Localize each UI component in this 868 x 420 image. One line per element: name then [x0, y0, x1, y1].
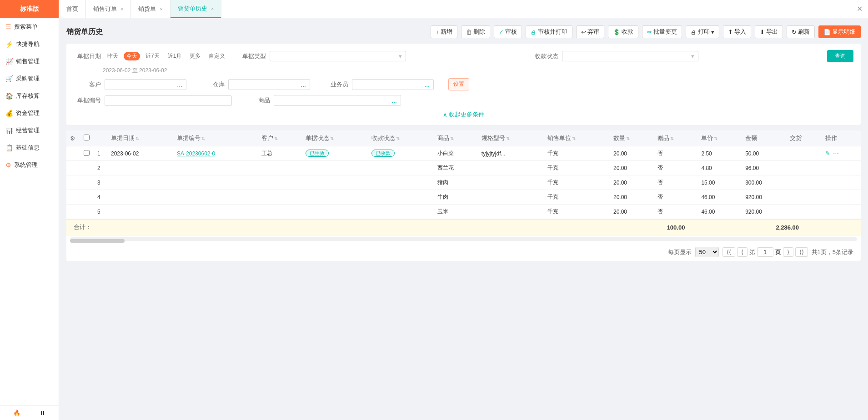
more-icon[interactable]: ⋯ [833, 150, 839, 157]
date-today[interactable]: 今天 [124, 52, 140, 60]
abandon-button[interactable]: ↩ 弃审 [576, 25, 604, 38]
pause-icon[interactable]: ⏸ [40, 410, 45, 416]
staff-dots[interactable]: ... [424, 81, 430, 88]
collapse-up-icon: ∧ [443, 111, 447, 118]
main-close-btn[interactable]: ✕ [851, 5, 868, 13]
show-detail-icon: 📄 [823, 29, 831, 35]
audit-button[interactable]: ✓ 审核 [494, 25, 522, 38]
next-page-btn[interactable]: ⟩ [783, 247, 793, 257]
payment-status-dropdown-icon[interactable]: ▾ [691, 53, 694, 60]
select-all-checkbox[interactable] [84, 135, 90, 140]
main-area: 首页 销售订单 × 销货单 × 销货单历史 × ✕ 销货单历史 + 新增 [59, 0, 868, 420]
th-date[interactable]: 单据日期 ⇅ [107, 130, 173, 146]
gear-icon[interactable]: ⚙ [70, 135, 75, 142]
pagination-bar: 每页显示 50 100 200 ⟨⟨ ⟨ 第 页 ⟩ ⟩⟩ 共1页，5条记录 [66, 243, 861, 261]
horizontal-scrollbar[interactable] [70, 237, 857, 241]
row-doc-no[interactable]: SA-20230602-0 [173, 146, 258, 161]
sidebar-item-sys-mgmt[interactable]: ⚙ 系统管理 [0, 156, 59, 174]
date-1month[interactable]: 近1月 [165, 52, 185, 60]
collapse-button[interactable]: ∧ 收起更多条件 [74, 110, 853, 119]
last-page-btn[interactable]: ⟩⟩ [795, 247, 808, 257]
first-page-btn[interactable]: ⟨⟨ [722, 247, 735, 257]
th-action: 操作 [822, 130, 861, 146]
prev-page-btn[interactable]: ⟨ [737, 247, 748, 257]
scrollbar-thumb[interactable] [70, 239, 125, 243]
new-button[interactable]: + 新增 [431, 25, 457, 38]
sidebar-item-finance[interactable]: 💰 资金管理 [0, 105, 59, 122]
row-goods: 牛肉 [434, 190, 478, 205]
sidebar-item-inventory[interactable]: 🏠 库存核算 [0, 87, 59, 105]
th-customer[interactable]: 客户 ⇅ [258, 130, 302, 146]
tab-sales-history[interactable]: 销货单历史 × [171, 0, 221, 18]
delete-button[interactable]: 🗑 删除 [461, 25, 490, 38]
date-7days[interactable]: 近7天 [143, 52, 162, 60]
edit-icon[interactable]: ✎ [825, 150, 830, 157]
goods-input[interactable] [278, 97, 391, 104]
customer-dots[interactable]: ... [177, 81, 182, 88]
tab-sales-delivery[interactable]: 销货单 × [131, 0, 170, 18]
row-checkbox [80, 205, 94, 219]
gift-sort-icon: ⇅ [670, 136, 674, 141]
fire-icon[interactable]: 🔥 [13, 410, 20, 416]
row-delivery [786, 205, 822, 219]
sidebar-item-operations[interactable]: 📊 经营管理 [0, 122, 59, 139]
collect-button[interactable]: 💲 收款 [608, 25, 638, 38]
row-doc-no[interactable] [173, 161, 258, 175]
th-spec[interactable]: 规格型号 ⇅ [478, 130, 544, 146]
row-customer [258, 175, 302, 190]
sidebar-item-quick-nav[interactable]: ⚡ 快捷导航 [0, 35, 59, 53]
th-doc-status[interactable]: 单据状态 ⇅ [302, 130, 368, 146]
warehouse-dots[interactable]: ... [301, 81, 306, 88]
staff-input[interactable] [356, 81, 424, 88]
query-button[interactable]: 查询 [827, 50, 853, 62]
row-doc-no[interactable] [173, 175, 258, 190]
show-detail-button[interactable]: 📄 显示明细 [818, 25, 861, 38]
export-button[interactable]: ⬇ 导出 [755, 25, 783, 38]
row-customer: 王总 [258, 146, 302, 161]
tab-sales-order-close[interactable]: × [120, 6, 123, 12]
filter-row-3: 单据编号 商品 ... [74, 95, 853, 106]
goods-dots[interactable]: ... [391, 97, 397, 104]
date-more[interactable]: 更多 [187, 52, 203, 60]
doc-status-sort-icon: ⇅ [330, 136, 334, 141]
row-date: 2023-06-02 [107, 146, 173, 161]
date-custom[interactable]: 自定义 [206, 52, 228, 60]
row-gift: 否 [654, 146, 698, 161]
row-checkbox [80, 161, 94, 175]
doc-no-input[interactable] [105, 95, 232, 106]
refresh-button[interactable]: ↻ 刷新 [787, 25, 815, 38]
th-doc-no[interactable]: 单据编号 ⇅ [173, 130, 258, 146]
audit-print-button[interactable]: 🖨 审核并打印 [526, 25, 572, 38]
batch-change-button[interactable]: ✏ 批量变更 [642, 25, 682, 38]
tab-sales-order[interactable]: 销售订单 × [86, 0, 131, 18]
th-payment-status[interactable]: 收款状态 ⇅ [368, 130, 434, 146]
settings-button[interactable]: 设置 [448, 78, 469, 90]
row-doc-no[interactable] [173, 205, 258, 219]
customer-input[interactable] [109, 81, 177, 88]
import-button[interactable]: ⬆ 导入 [723, 25, 751, 38]
row-gear [66, 175, 80, 190]
th-gift[interactable]: 赠品 ⇅ [654, 130, 698, 146]
doc-type-dropdown-icon[interactable]: ▾ [399, 53, 402, 60]
print-button[interactable]: 🖨 打印 ▾ [686, 25, 719, 38]
current-page-input[interactable] [757, 247, 773, 257]
row-select-checkbox[interactable] [84, 150, 90, 156]
tab-sales-delivery-close[interactable]: × [160, 6, 162, 12]
tab-sales-history-close[interactable]: × [211, 6, 214, 11]
sidebar-item-search-menu[interactable]: ☰ 搜索菜单 [0, 18, 59, 35]
th-unit[interactable]: 销售单位 ⇅ [544, 130, 610, 146]
row-doc-no[interactable] [173, 190, 258, 205]
warehouse-input[interactable] [232, 81, 301, 88]
th-price[interactable]: 单价 ⇅ [697, 130, 742, 146]
tab-home[interactable]: 首页 [59, 0, 86, 18]
row-gear [66, 205, 80, 219]
page-size-select[interactable]: 50 100 200 [695, 247, 719, 257]
th-goods[interactable]: 商品 ⇅ [434, 130, 478, 146]
th-qty[interactable]: 数量 ⇅ [610, 130, 654, 146]
audit-print-icon: 🖨 [531, 29, 537, 35]
sidebar-item-sales-mgmt[interactable]: 📈 销售管理 [0, 53, 59, 70]
date-yesterday[interactable]: 昨天 [105, 52, 121, 60]
sidebar-item-basic-info[interactable]: 📋 基础信息 [0, 139, 59, 156]
row-amount: 300.00 [742, 175, 786, 190]
sidebar-item-purchase-mgmt[interactable]: 🛒 采购管理 [0, 70, 59, 87]
